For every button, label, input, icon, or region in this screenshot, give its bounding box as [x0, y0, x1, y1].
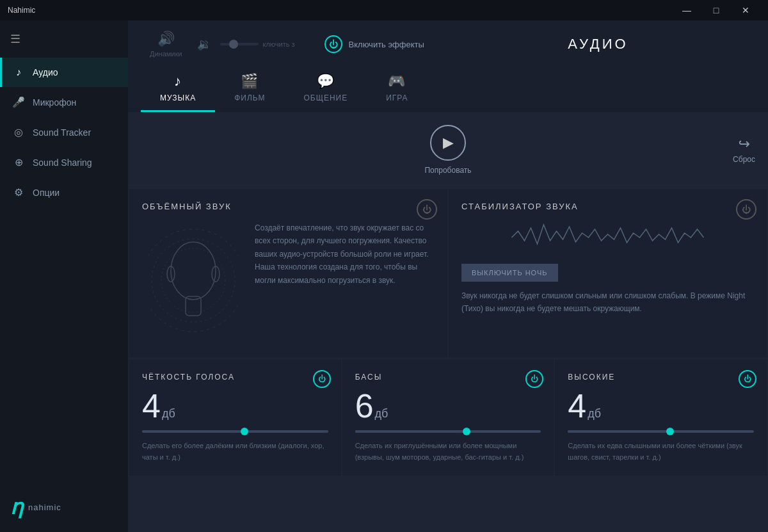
treble-title: ВЫСОКИЕ — [568, 373, 754, 382]
disable-night-button[interactable]: ВЫКЛЮЧИТЬ НОЧЬ — [461, 264, 558, 282]
sidebar-sharing-label: Sound Sharing — [33, 157, 92, 168]
sidebar-item-tracker[interactable]: ◎ Sound Tracker — [0, 117, 128, 147]
stabilizer-title: СТАБИЛИЗАТОР ЗВУКА — [461, 202, 754, 211]
bass-slider-fill — [355, 430, 458, 433]
sidebar-item-sharing[interactable]: ⊕ Sound Sharing — [0, 147, 128, 177]
top-area: 🔊 Динамики 🔉 ключить з ⏻ Включить эффект… — [128, 20, 768, 112]
slider-thumb[interactable] — [241, 428, 248, 435]
device-disabled-area: 🔉 ключить з — [197, 37, 294, 51]
voice-clarity-title: ЧЁТКОСТЬ ГОЛОСА — [142, 373, 328, 382]
sidebar-nav: ♪ Аудио 🎤 Микрофон ◎ Sound Tracker ⊕ Sou… — [0, 58, 128, 482]
head-illustration — [142, 216, 244, 344]
sidebar: ☰ ♪ Аудио 🎤 Микрофон ◎ Sound Tracker ⊕ S… — [0, 20, 128, 532]
svg-point-2 — [161, 248, 225, 312]
surround-title: ОБЪЁМНЫЙ ЗВУК — [142, 202, 435, 211]
sidebar-item-audio[interactable]: ♪ Аудио — [0, 58, 128, 87]
device-bar: 🔊 Динамики 🔉 ключить з ⏻ Включить эффект… — [141, 26, 755, 68]
tab-game[interactable]: 🎮 ИГРА — [367, 68, 427, 112]
treble-power[interactable]: ⏻ — [739, 370, 756, 388]
try-row: ▶ Попробовать ↩ Сброс — [128, 112, 768, 188]
treble-slider[interactable] — [568, 430, 754, 433]
bass-unit: дб — [375, 408, 388, 419]
bass-power[interactable]: ⏻ — [525, 370, 543, 388]
svg-point-3 — [171, 242, 216, 300]
game-tab-icon: 🎮 — [388, 73, 406, 90]
treble-desc: Сделать их едва слышными или более чётки… — [568, 440, 754, 463]
try-button[interactable]: ▶ Попробовать — [424, 125, 471, 175]
tabs-bar: ♪ МУЗЫКА 🎬 ФИЛЬМ 💬 ОБЩЕНИЕ 🎮 ИГРА — [141, 68, 755, 112]
sidebar-audio-label: Аудио — [33, 67, 58, 77]
app-title: Nahimic — [8, 6, 35, 15]
voice-clarity-card: ЧЁТКОСТЬ ГОЛОСА ⏻ 4 дб Сделать его более… — [129, 360, 341, 476]
logo-text: nahimic — [28, 503, 61, 512]
chat-tab-label: ОБЩЕНИЕ — [303, 93, 348, 102]
tab-chat[interactable]: 💬 ОБЩЕНИЕ — [284, 68, 367, 112]
play-icon: ▶ — [443, 134, 454, 151]
titlebar: Nahimic — □ ✕ — [0, 0, 768, 20]
volume-slider[interactable] — [220, 43, 259, 45]
device2-label: ключить з — [262, 40, 294, 48]
enable-effects-button[interactable]: ⏻ Включить эффекты — [314, 30, 435, 58]
voice-clarity-power[interactable]: ⏻ — [313, 370, 331, 388]
surround-desc: Создаёт впечатление, что звук окружает в… — [255, 216, 435, 344]
treble-slider-thumb[interactable] — [666, 428, 674, 435]
slider-track[interactable] — [142, 430, 328, 433]
surround-inner: Создаёт впечатление, что звук окружает в… — [142, 216, 435, 344]
bottom-cards: ЧЁТКОСТЬ ГОЛОСА ⏻ 4 дб Сделать его более… — [128, 359, 768, 477]
treble-card: ВЫСОКИЕ ⏻ 4 дб Сделать их едва слышными … — [555, 360, 767, 476]
enable-label: Включить эффекты — [349, 40, 424, 49]
voice-clarity-slider[interactable] — [142, 430, 328, 433]
upper-cards: ⏻ ОБЪЁМНЫЙ ЗВУК — [128, 188, 768, 359]
stabilizer-power-btn[interactable]: ⏻ — [736, 199, 756, 220]
tab-music[interactable]: ♪ МУЗЫКА — [141, 68, 215, 112]
voice-clarity-unit: дб — [162, 408, 175, 419]
app-body: ☰ ♪ Аудио 🎤 Микрофон ◎ Sound Tracker ⊕ S… — [0, 20, 768, 532]
film-tab-label: ФИЛЬМ — [234, 93, 265, 102]
surround-description: Создаёт впечатление, что звук окружает в… — [255, 222, 435, 287]
device-speakers[interactable]: 🔊 Динамики — [141, 26, 191, 63]
bass-slider-track[interactable] — [355, 430, 541, 433]
device-speakers-label: Динамики — [150, 50, 182, 58]
minimize-button[interactable]: — — [672, 0, 701, 20]
try-label: Попробовать — [424, 166, 471, 175]
options-icon: ⚙ — [12, 186, 25, 198]
sharing-icon: ⊕ — [12, 156, 25, 168]
wave-visualization — [461, 222, 754, 254]
reset-label: Сброс — [733, 155, 755, 164]
logo-icon: ƞ — [10, 495, 23, 519]
page-title-area: АУДИО — [441, 36, 755, 52]
close-button[interactable]: ✕ — [731, 0, 760, 20]
music-tab-label: МУЗЫКА — [160, 93, 196, 102]
reset-icon: ↩ — [739, 136, 750, 152]
sidebar-item-mic[interactable]: 🎤 Микрофон — [0, 87, 128, 117]
audio-icon: ♪ — [12, 67, 25, 78]
treble-value: 4 дб — [568, 389, 754, 423]
game-tab-label: ИГРА — [386, 93, 408, 102]
tab-film[interactable]: 🎬 ФИЛЬМ — [215, 68, 284, 112]
wave-svg — [461, 222, 754, 254]
surround-power-btn[interactable]: ⏻ — [417, 199, 437, 220]
treble-slider-fill — [568, 430, 660, 433]
power-icon: ⏻ — [324, 35, 342, 53]
stabilizer-card: ⏻ СТАБИЛИЗАТОР ЗВУКА ВЫКЛЮЧИТЬ НОЧЬ Звук… — [449, 189, 767, 357]
surround-card: ⏻ ОБЪЁМНЫЙ ЗВУК — [129, 189, 447, 357]
treble-slider-track[interactable] — [568, 430, 754, 433]
sound-wave-icon: 🔉 — [197, 37, 211, 51]
play-circle[interactable]: ▶ — [430, 125, 466, 161]
enable-btn-inner[interactable]: ⏻ Включить эффекты — [314, 30, 435, 58]
bass-slider[interactable] — [355, 430, 541, 433]
bass-value: 6 дб — [355, 389, 541, 423]
bass-slider-thumb[interactable] — [463, 428, 470, 435]
bass-card: БАСЫ ⏻ 6 дб Сделать их приглушёнными или… — [342, 360, 554, 476]
treble-unit: дб — [588, 408, 601, 419]
slider-fill — [142, 430, 235, 433]
reset-button[interactable]: ↩ Сброс — [733, 136, 755, 164]
sidebar-tracker-label: Sound Tracker — [33, 127, 91, 138]
film-tab-icon: 🎬 — [241, 73, 259, 90]
maximize-button[interactable]: □ — [701, 0, 731, 20]
bass-title: БАСЫ — [355, 373, 541, 382]
head-svg — [148, 220, 238, 341]
sidebar-mic-label: Микрофон — [33, 97, 76, 108]
sidebar-item-options[interactable]: ⚙ Опции — [0, 177, 128, 207]
hamburger-icon[interactable]: ☰ — [0, 20, 128, 58]
